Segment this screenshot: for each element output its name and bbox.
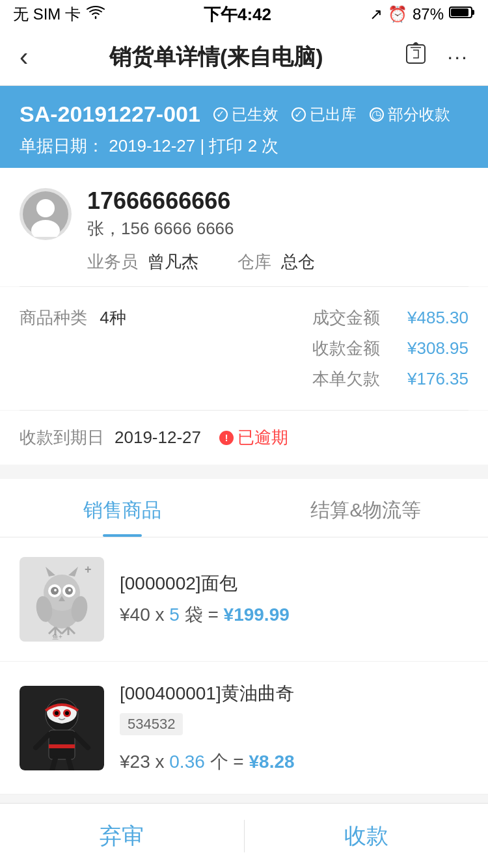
warehouse-label: 仓库 (237, 252, 271, 271)
svg-rect-40 (49, 744, 75, 748)
status-bar: 无 SIM 卡 下午4:42 ↗ ⏰ 87% (0, 0, 488, 29)
list-item: [000400001]黄油曲奇 534532 ¥23 x 0.36 个 = ¥8… (0, 662, 488, 794)
order-date: 2019-12-27 (109, 136, 195, 156)
badge-effective: 已生效 (213, 104, 278, 125)
back-button[interactable]: ‹ (20, 42, 28, 72)
product-code-2: [000400001] (120, 683, 221, 703)
badge-shipped: 已出库 (291, 104, 357, 125)
alarm-icon: ⏰ (388, 5, 407, 23)
status-time: 下午4:42 (204, 3, 271, 26)
collected-label: 收款金额 (312, 337, 380, 360)
section-divider (0, 465, 488, 478)
svg-line-39 (68, 759, 72, 770)
effective-label: 已生效 (232, 104, 278, 125)
deal-amount-value: ¥485.30 (390, 308, 468, 328)
product-name-2: [000400001]黄油曲奇 (120, 681, 468, 706)
order-header: SA-20191227-001 已生效 已出库 部分收款 单据日期： 2019-… (0, 86, 488, 168)
product-price-2: ¥23 x 0.36 个 = ¥8.28 (120, 750, 468, 774)
shipped-icon (291, 107, 306, 122)
warehouse-name: 总仓 (281, 252, 315, 271)
nav-bar: ‹ 销货单详情(来自电脑) ··· (0, 29, 488, 86)
location-icon: ↗ (370, 5, 383, 23)
bottom-bar: 弃审 收款 (0, 803, 488, 868)
cancel-review-button[interactable]: 弃审 (0, 808, 244, 864)
status-left: 无 SIM 卡 (13, 4, 105, 25)
svg-rect-2 (451, 8, 468, 16)
deal-amount-label: 成交金额 (312, 306, 380, 329)
product-list: + 鱼+ [0000002]面包 ¥40 x 5 袋 = ¥199.99 (0, 537, 488, 794)
svg-point-15 (68, 589, 71, 591)
tab-settlement-label: 结算&物流等 (310, 499, 421, 521)
overdue-label: 收款到期日 (20, 426, 104, 449)
product-price-1: ¥40 x 5 袋 = ¥199.99 (120, 603, 468, 627)
share-icon[interactable] (404, 42, 427, 72)
amount-info: 成交金额 ¥485.30 收款金额 ¥308.95 本单欠款 ¥176.35 (312, 306, 468, 390)
staff-label: 业务员 (87, 252, 138, 271)
product-type-label: 商品种类 (20, 308, 87, 327)
print-info: | 打印 2 次 (200, 136, 278, 156)
owed-value: ¥176.35 (390, 369, 468, 389)
partial-label: 部分收款 (388, 104, 450, 125)
customer-sub: 张，156 6666 6666 (87, 217, 234, 240)
customer-section: 17666666666 张，156 6666 6666 业务员 曾凡杰 仓库 总… (0, 168, 488, 286)
status-right: ↗ ⏰ 87% (370, 5, 475, 23)
summary-section: 商品种类 4种 成交金额 ¥485.30 收款金额 ¥308.95 本单欠款 ¥… (0, 287, 488, 410)
overdue-date: 2019-12-27 (115, 427, 201, 448)
tabs: 销售商品 结算&物流等 (0, 479, 488, 537)
collect-payment-button[interactable]: 收款 (245, 808, 489, 864)
more-icon[interactable]: ··· (447, 45, 468, 69)
overdue-warning-icon: ! (219, 431, 234, 445)
overdue-badge: ! 已逾期 (219, 426, 288, 449)
overdue-section: 收款到期日 2019-12-27 ! 已逾期 (0, 411, 488, 465)
product-type-info: 商品种类 4种 (20, 306, 126, 329)
svg-point-34 (65, 711, 69, 715)
battery-text: 87% (413, 5, 444, 23)
tab-settlement[interactable]: 结算&物流等 (244, 479, 488, 537)
product-type-value: 4种 (100, 308, 126, 327)
date-label: 单据日期： (20, 136, 104, 156)
deal-amount-row: 成交金额 ¥485.30 (312, 306, 468, 329)
svg-rect-1 (472, 10, 474, 15)
svg-point-33 (55, 711, 59, 715)
order-id: SA-20191227-001 (20, 102, 200, 127)
svg-point-5 (36, 199, 55, 217)
product-info-2: [000400001]黄油曲奇 534532 ¥23 x 0.36 个 = ¥8… (120, 681, 468, 774)
effective-icon (213, 107, 228, 122)
product-image-1: + 鱼+ (20, 557, 104, 642)
customer-name: 17666666666 (87, 187, 234, 215)
page-title: 销货单详情(来自电脑) (109, 42, 323, 72)
svg-text:鱼+: 鱼+ (52, 633, 62, 640)
owed-label: 本单欠款 (312, 368, 380, 390)
product-info-1: [0000002]面包 ¥40 x 5 袋 = ¥199.99 (120, 571, 468, 627)
wifi-icon (86, 5, 105, 23)
svg-point-14 (54, 589, 57, 591)
svg-text:+: + (85, 563, 92, 576)
tab-sales-label: 销售商品 (83, 499, 161, 521)
product-code-1: [0000002] (120, 573, 201, 593)
battery-icon (449, 5, 475, 23)
carrier-text: 无 SIM 卡 (13, 4, 81, 25)
product-sku-2: 534532 (120, 713, 183, 735)
customer-info-row: 业务员 曾凡杰 仓库 总仓 (20, 251, 468, 273)
badge-partial: 部分收款 (370, 104, 450, 125)
collected-value: ¥308.95 (390, 338, 468, 359)
product-image-2 (20, 686, 104, 770)
staff-name: 曾凡杰 (148, 252, 198, 271)
product-name-1: [0000002]面包 (120, 571, 468, 596)
collected-row: 收款金额 ¥308.95 (312, 337, 468, 360)
nav-actions: ··· (404, 42, 468, 72)
list-item: + 鱼+ [0000002]面包 ¥40 x 5 袋 = ¥199.99 (0, 537, 488, 662)
tab-sales[interactable]: 销售商品 (0, 479, 244, 537)
shipped-label: 已出库 (310, 104, 357, 125)
svg-line-38 (52, 759, 55, 770)
avatar (20, 188, 72, 240)
order-date-info: 单据日期： 2019-12-27 | 打印 2 次 (20, 135, 468, 157)
owed-row: 本单欠款 ¥176.35 (312, 368, 468, 390)
partial-icon (370, 107, 384, 122)
overdue-status: 已逾期 (237, 426, 288, 449)
